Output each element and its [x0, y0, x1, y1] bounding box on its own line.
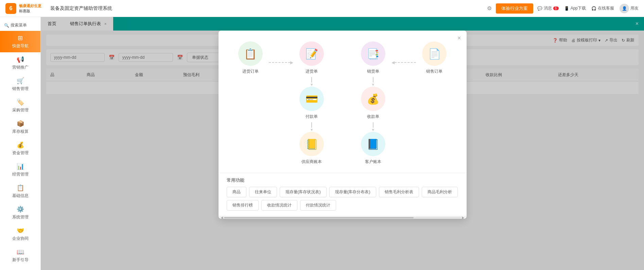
inventory-icon: 📦 — [17, 120, 24, 127]
top-right-area: 💬 消息 6 📱 App下载 🎧 在线客服 👤 用友 — [537, 4, 639, 13]
scroll-right-icon[interactable]: ▶ — [461, 216, 465, 219]
message-icon: 💬 — [537, 6, 542, 11]
cf-btn-inventory-status[interactable]: 现存量(库存状况表) — [280, 187, 327, 197]
sidebar-item-operation[interactable]: 📊 经营管理 — [0, 159, 40, 181]
cf-buttons-row: 商品 往来单位 现存量(库存状况表) 现存量(库存分布表) 销售毛利分析表 商品… — [227, 187, 458, 197]
customer-account-circle: 📘 — [361, 132, 385, 156]
flow-node-supplier-account[interactable]: 📒 供应商账本 — [293, 132, 330, 165]
content-area: 首页 销售订单执行表 × × ❓ 帮助 🖨 按模板打印 ▾ — [41, 17, 644, 270]
cf-btn-goods-profit[interactable]: 商品毛利分析 — [422, 187, 458, 197]
modal-close-button[interactable]: × — [457, 35, 461, 42]
app-download-item[interactable]: 📱 App下载 — [564, 5, 586, 11]
sidebar: 🔍 搜索菜单 ⊞ 快捷导航 📢 营销推广 🛒 销售管理 🏷️ 采购管理 📦 库存… — [0, 17, 41, 270]
enterprise-icon: 🤝 — [17, 227, 24, 234]
quick-nav-icon: ⊞ — [18, 34, 23, 42]
online-service-item[interactable]: 🎧 在线客服 — [591, 5, 614, 11]
payment-circle: 💳 — [299, 87, 324, 111]
system-icon: ⚙️ — [17, 205, 24, 213]
sidebar-item-guide[interactable]: 📖 新手引导 — [0, 245, 40, 266]
cf-btn-inventory-dist[interactable]: 现存量(库存分布表) — [329, 187, 376, 197]
sidebar-item-enterprise[interactable]: 🤝 企业协同 — [0, 223, 40, 245]
scrollbar-thumb[interactable] — [224, 217, 414, 218]
sidebar-item-basic[interactable]: 📋 基础信息 — [0, 181, 40, 202]
sidebar-item-sales[interactable]: 🛒 销售管理 — [0, 74, 40, 95]
overlay[interactable]: × 📋 进货订单 — [41, 17, 644, 270]
cf-buttons-row2: 销售排行榜 收款情况统计 付款情况统计 — [227, 200, 458, 211]
cf-btn-goods[interactable]: 商品 — [227, 187, 246, 197]
modal-scrollbar[interactable]: ◀ ▶ — [219, 216, 467, 219]
cf-btn-partners[interactable]: 往来单位 — [249, 187, 277, 197]
sidebar-item-purchase[interactable]: 🏷️ 采购管理 — [0, 95, 40, 116]
receipt-circle: 💰 — [361, 87, 385, 111]
sidebar-item-quick-nav[interactable]: ⊞ 快捷导航 — [0, 31, 40, 52]
sidebar-item-inventory[interactable]: 📦 库存核算 — [0, 116, 40, 138]
cf-btn-receipt-stats[interactable]: 收款情况统计 — [261, 200, 297, 211]
supplier-account-circle: 📒 — [299, 132, 324, 156]
logo-icon: 6 — [5, 3, 16, 14]
sidebar-item-system[interactable]: ⚙️ 系统管理 — [0, 202, 40, 223]
search-icon: 🔍 — [4, 23, 9, 28]
flow-node-payment[interactable]: 💳 付款单 — [293, 87, 330, 120]
capital-icon: 💰 — [17, 141, 24, 149]
sidebar-item-capital[interactable]: 💰 资金管理 — [0, 138, 40, 159]
flow-node-sales-order[interactable]: 📄 销售订单 — [416, 41, 453, 74]
sales-bill-circle: 📑 — [361, 41, 385, 66]
cf-title: 常用功能 — [227, 177, 458, 183]
cf-btn-payment-stats[interactable]: 付款情况统计 — [300, 200, 336, 211]
scroll-left-icon[interactable]: ◀ — [220, 216, 224, 219]
message-item[interactable]: 💬 消息 6 — [537, 5, 559, 11]
purchase-bill-circle: 📝 — [299, 41, 324, 66]
operation-icon: 📊 — [17, 163, 24, 170]
sales-order-circle: 📄 — [422, 41, 447, 66]
quick-guide-modal: × 📋 进货订单 — [219, 31, 467, 219]
headset-icon: 🎧 — [591, 6, 596, 11]
purchase-order-circle: 📋 — [238, 41, 263, 66]
basic-icon: 📋 — [17, 184, 24, 192]
sales-icon: 🛒 — [17, 77, 24, 85]
message-badge: 6 — [553, 6, 559, 10]
flow-node-receipt[interactable]: 💰 收款单 — [355, 87, 391, 120]
cf-btn-sales-profit[interactable]: 销售毛利分析表 — [379, 187, 419, 197]
sidebar-search[interactable]: 🔍 搜索菜单 — [0, 20, 40, 31]
logo-text: 畅康通好生意 标惠版 — [19, 3, 41, 13]
main-layout: 🔍 搜索菜单 ⊞ 快捷导航 📢 营销推广 🛒 销售管理 🏷️ 采购管理 📦 库存… — [0, 17, 644, 270]
trial-button[interactable]: 体验行业方案 — [496, 3, 533, 14]
user-item[interactable]: 👤 用友 — [620, 4, 639, 13]
logo-area: 6 畅康通好生意 标惠版 — [5, 3, 46, 14]
purchase-icon: 🏷️ — [17, 98, 24, 106]
guide-icon: 📖 — [17, 248, 24, 256]
flow-node-purchase-order[interactable]: 📋 进货订单 — [232, 41, 269, 74]
flow-node-customer-account[interactable]: 📘 客户账本 — [355, 132, 391, 165]
avatar: 👤 — [620, 4, 629, 13]
cf-btn-sales-rank[interactable]: 销售排行榜 — [227, 200, 259, 211]
system-title: 装备及固定资产辅助管理系统 — [50, 5, 483, 12]
sidebar-item-marketing[interactable]: 📢 营销推广 — [0, 52, 40, 74]
flow-area: 📋 进货订单 ▶ 📝 — [219, 31, 467, 173]
flow-node-purchase-bill[interactable]: 📝 进货单 — [293, 41, 330, 74]
scrollbar-track[interactable] — [224, 217, 461, 218]
settings-icon[interactable]: ⚙ — [487, 5, 492, 12]
phone-icon: 📱 — [564, 6, 569, 11]
common-functions: 常用功能 商品 往来单位 现存量(库存状况表) 现存量(库存分布表) 销售毛利分… — [219, 173, 467, 216]
flow-node-sales-bill[interactable]: 📑 销货单 — [355, 41, 391, 74]
marketing-icon: 📢 — [17, 56, 24, 63]
top-bar: 6 畅康通好生意 标惠版 装备及固定资产辅助管理系统 ⚙ 体验行业方案 💬 消息… — [0, 0, 644, 17]
